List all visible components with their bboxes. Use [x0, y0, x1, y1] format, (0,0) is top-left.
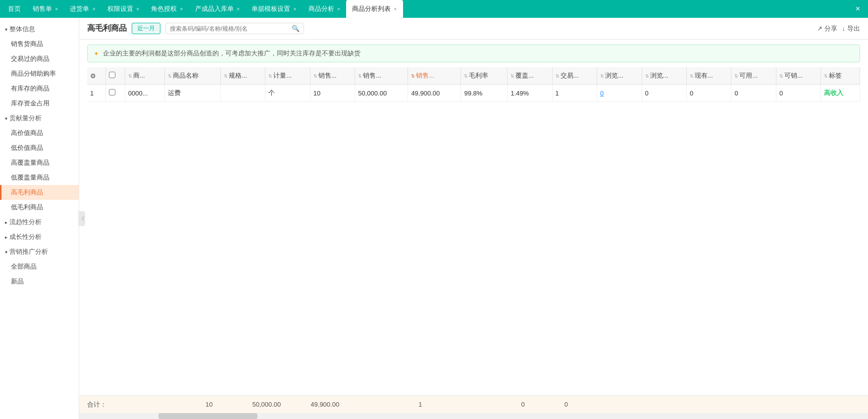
sidebar-item-capital-occupation[interactable]: 库存资金占用: [0, 96, 79, 111]
sidebar-item-high-value[interactable]: 高价值商品: [0, 126, 79, 140]
search-icon[interactable]: 🔍: [292, 25, 300, 32]
settings-icon: ⚙: [90, 72, 96, 80]
table-header-row: ⚙ ⇅商... ⇅商品名称 ⇅规格...: [87, 67, 860, 85]
content-area: 高毛利商品 近一月 🔍 ↗ 分享 ↓ 导出 ✦ 企业的主要的利润都是这部分商品创…: [79, 18, 868, 419]
section-overall-arrow: ▾: [5, 27, 7, 32]
cell-views1[interactable]: 0: [597, 85, 642, 102]
tab-home[interactable]: 首页: [2, 0, 27, 18]
sidebar-item-traded-goods[interactable]: 交易过的商品: [0, 51, 79, 66]
col-code[interactable]: ⇅商...: [125, 67, 164, 85]
section-growth-arrow: ▸: [5, 234, 7, 240]
sidebar-section-contribution[interactable]: ▾ 贡献量分析: [0, 111, 79, 126]
sidebar-item-in-stock[interactable]: 有库存的商品: [0, 81, 79, 96]
cell-sales-qty: 10: [310, 85, 355, 102]
select-all-checkbox[interactable]: [109, 72, 115, 78]
tab-analytics-list[interactable]: 商品分析列表 ×: [346, 0, 403, 18]
cell-sales-amount: 50,000.00: [355, 85, 408, 102]
col-coverage[interactable]: ⇅覆盖...: [508, 67, 552, 85]
sidebar-item-sales-goods[interactable]: 销售货商品: [0, 37, 79, 51]
table-row: 1 0000... 运费 个 10 50,000.00 49,900.00 99…: [87, 85, 860, 102]
data-table: ⚙ ⇅商... ⇅商品名称 ⇅规格...: [87, 67, 860, 102]
header-actions: ↗ 分享 ↓ 导出: [817, 24, 861, 33]
tab-production-close[interactable]: ×: [237, 6, 240, 12]
sidebar-section-marketing-items: 全部商品 新品: [0, 259, 79, 289]
content-header: 高毛利商品 近一月 🔍 ↗ 分享 ↓ 导出: [79, 18, 868, 40]
info-text: 企业的主要的利润都是这部分商品创造的，可考虑加大推广，同时关注库存是不要出现缺货: [103, 49, 360, 58]
tab-roles-close[interactable]: ×: [180, 6, 183, 12]
info-icon: ✦: [94, 50, 99, 57]
cell-unit: 个: [265, 85, 310, 102]
tab-production[interactable]: 产成品入库单 ×: [189, 0, 246, 18]
col-name[interactable]: ⇅商品名称: [164, 67, 220, 85]
col-available[interactable]: ⇅可用...: [731, 67, 776, 85]
sidebar-item-all-goods[interactable]: 全部商品: [0, 259, 79, 274]
col-settings[interactable]: ⚙: [87, 67, 105, 85]
tab-bar: 首页 销售单 × 进货单 × 权限设置 × 角色授权 × 产成品入库单 × 单据…: [0, 0, 868, 18]
col-sales-profit[interactable]: ⇅销售...: [408, 67, 461, 85]
sidebar-collapse-button[interactable]: 《: [78, 211, 85, 226]
col-views1[interactable]: ⇅浏览...: [597, 67, 642, 85]
cell-views2: 0: [642, 85, 686, 102]
sidebar-section-trend[interactable]: ▸ 流趋性分析: [0, 215, 79, 230]
col-sellable[interactable]: ⇅可销...: [776, 67, 820, 85]
cell-margin-rate: 99.8%: [461, 85, 508, 102]
col-margin-rate[interactable]: ⇅毛利率: [461, 67, 508, 85]
cell-tag: 高收入: [821, 85, 860, 102]
main-area: ▾ 整体信息 销售货商品 交易过的商品 商品分销助购率 有库存的商品 库存资金占…: [0, 18, 868, 419]
col-tag[interactable]: ⇅标签: [821, 67, 860, 85]
tab-template-close[interactable]: ×: [293, 6, 296, 12]
table-wrapper: ⚙ ⇅商... ⇅商品名称 ⇅规格...: [79, 67, 868, 395]
tab-purchase[interactable]: 进货单 ×: [64, 0, 101, 18]
tab-analytics-close[interactable]: ×: [337, 6, 340, 12]
cell-available: 0: [731, 85, 776, 102]
row-checkbox[interactable]: [109, 89, 115, 95]
tab-permissions[interactable]: 权限设置 ×: [102, 0, 145, 18]
col-transactions[interactable]: ⇅交易...: [552, 67, 597, 85]
export-button[interactable]: ↓ 导出: [842, 24, 861, 33]
share-icon: ↗: [817, 25, 822, 32]
total-available: 0: [564, 401, 568, 408]
cell-spec: [220, 85, 265, 102]
horizontal-scrollbar[interactable]: [79, 413, 868, 419]
total-sales-amount: 50,000.00: [252, 401, 281, 408]
sidebar-item-high-coverage[interactable]: 高覆盖量商品: [0, 155, 79, 170]
cell-name: 运费: [164, 85, 220, 102]
tab-analytics[interactable]: 商品分析 ×: [303, 0, 346, 18]
search-input[interactable]: [170, 25, 289, 32]
sidebar-item-low-value[interactable]: 低价值商品: [0, 140, 79, 155]
page-title: 高毛利商品: [87, 23, 127, 34]
sidebar-section-overall[interactable]: ▾ 整体信息: [0, 22, 79, 37]
sidebar-item-low-margin[interactable]: 低毛利商品: [0, 200, 79, 215]
col-sales-amount[interactable]: ⇅销售...: [355, 67, 408, 85]
sidebar-item-new-goods[interactable]: 新品: [0, 274, 79, 289]
tab-permissions-close[interactable]: ×: [136, 6, 139, 12]
section-contribution-arrow: ▾: [5, 116, 7, 121]
col-sales-qty[interactable]: ⇅销售...: [310, 67, 355, 85]
sidebar-section-growth[interactable]: ▸ 成长性分析: [0, 230, 79, 244]
sidebar-item-distribution-rate[interactable]: 商品分销助购率: [0, 66, 79, 81]
tab-roles[interactable]: 角色授权 ×: [145, 0, 189, 18]
col-spec[interactable]: ⇅规格...: [220, 67, 265, 85]
tab-analytics-list-close[interactable]: ×: [394, 6, 397, 12]
scrollbar-thumb[interactable]: [158, 413, 257, 419]
filter-recent-month[interactable]: 近一月: [132, 23, 160, 34]
tab-sales[interactable]: 销售单 ×: [27, 0, 64, 18]
sidebar-item-low-coverage[interactable]: 低覆盖量商品: [0, 170, 79, 185]
window-close-button[interactable]: ×: [850, 4, 866, 13]
cell-code: 0000...: [125, 85, 164, 102]
tab-sales-close[interactable]: ×: [55, 6, 58, 12]
tab-purchase-close[interactable]: ×: [92, 6, 95, 12]
col-checkbox[interactable]: [105, 67, 125, 85]
col-current-stock[interactable]: ⇅现有...: [686, 67, 731, 85]
col-unit[interactable]: ⇅计量...: [265, 67, 310, 85]
tab-template[interactable]: 单据模板设置 ×: [246, 0, 302, 18]
sidebar-item-high-margin[interactable]: 高毛利商品: [0, 185, 79, 200]
sidebar-section-marketing[interactable]: ▾ 营销推广分析: [0, 244, 79, 259]
cell-checkbox[interactable]: [105, 85, 125, 102]
section-marketing-arrow: ▾: [5, 249, 7, 255]
cell-sellable: 0: [776, 85, 820, 102]
share-button[interactable]: ↗ 分享: [817, 24, 837, 33]
col-views2[interactable]: ⇅浏览...: [642, 67, 686, 85]
cell-index: 1: [87, 85, 105, 102]
export-icon: ↓: [842, 25, 846, 32]
